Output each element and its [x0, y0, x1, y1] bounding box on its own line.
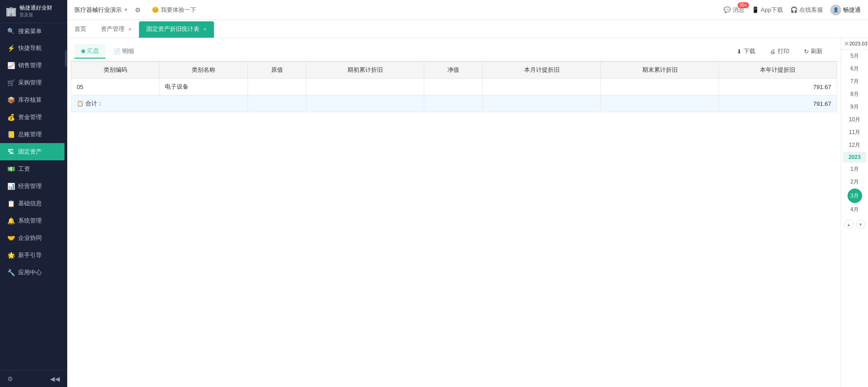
- print-button[interactable]: 🖨 打印: [766, 45, 793, 57]
- sidebar-item-enterprise[interactable]: 🤝 企业协同: [0, 229, 64, 247]
- date-month-10[interactable]: 10月: [843, 114, 866, 126]
- date-month-2[interactable]: 2月: [843, 176, 866, 188]
- sidebar-item-ledger[interactable]: 📒 总账管理: [0, 126, 64, 143]
- summary-net-value: [424, 95, 483, 112]
- date-month-6[interactable]: 6月: [843, 63, 866, 75]
- col-header-code: 类别编码: [71, 62, 159, 79]
- sidebar-item-system[interactable]: 🔔 系统管理: [0, 212, 64, 229]
- company-name: 医疗器械行业演示: [74, 6, 122, 14]
- refresh-icon: ↻: [804, 48, 809, 55]
- app-download-button[interactable]: 📱 App下载: [752, 6, 783, 14]
- row-code: 05: [71, 79, 159, 95]
- col-header-closing-dep: 期末累计折旧: [601, 62, 719, 79]
- sidebar-item-label: 系统管理: [18, 217, 42, 225]
- date-nav-down-icon[interactable]: ▼: [856, 220, 865, 229]
- phone-icon: 📱: [752, 6, 759, 13]
- report-area: ◉ 汇总 📄 明细 ⬇ 下载 🖨 打印: [67, 38, 841, 387]
- sidebar-item-label: 新手引导: [18, 251, 42, 259]
- user-info[interactable]: 👤 畅捷通: [830, 5, 861, 15]
- header-left: 医疗器械行业演示 ▼ ⚙ 😊 我要体验一下: [74, 4, 200, 16]
- refresh-button[interactable]: ↻ 刷新: [800, 45, 826, 57]
- tab-fixed-asset-report[interactable]: 固定资产折旧统计表 ✕: [139, 21, 214, 38]
- date-month-5[interactable]: 5月: [843, 50, 866, 62]
- date-month-8[interactable]: 8月: [843, 88, 866, 100]
- date-sidebar-close-icon[interactable]: ✕: [844, 40, 849, 47]
- sidebar-search[interactable]: 🔍 搜索菜单: [0, 23, 64, 40]
- sales-icon: 📈: [7, 62, 15, 69]
- row-name: 电子设备: [159, 79, 248, 95]
- experience-button[interactable]: 😊 我要体验一下: [148, 4, 200, 16]
- row-annual-dep: 791.67: [719, 79, 837, 95]
- date-month-12[interactable]: 12月: [843, 139, 866, 151]
- sidebar-item-capital[interactable]: 💰 资金管理: [0, 109, 64, 126]
- sidebar-item-app-center[interactable]: 🔧 应用中心: [0, 264, 64, 281]
- date-month-active[interactable]: 3月: [848, 189, 862, 203]
- sidebar-item-label: 经营管理: [18, 182, 42, 190]
- date-list: 5月 6月 7月 8月 9月 10月 11月 12月 2023 1月 2月 3月…: [841, 50, 868, 387]
- top-header: 医疗器械行业演示 ▼ ⚙ 😊 我要体验一下 💬 消息 99+ 📱 App下载: [67, 0, 868, 20]
- summary-opening-dep: [306, 95, 424, 112]
- sidebar-item-quick-nav[interactable]: ⚡ 快捷导航: [0, 40, 64, 57]
- tab-asset-close-icon[interactable]: ✕: [128, 27, 132, 32]
- customer-service-button[interactable]: 🎧 在线客服: [790, 6, 823, 14]
- sidebar-item-operations[interactable]: 📊 经营管理: [0, 178, 64, 195]
- main-content: 医疗器械行业演示 ▼ ⚙ 😊 我要体验一下 💬 消息 99+ 📱 App下载: [67, 0, 868, 387]
- sidebar-item-label: 采购管理: [18, 79, 42, 87]
- sub-tab-summary[interactable]: ◉ 汇总: [74, 44, 105, 59]
- sidebar-item-label: 资金管理: [18, 113, 42, 121]
- sidebar-item-guide[interactable]: 🌟 新手引导: [0, 247, 64, 264]
- date-sidebar: ✕ 2023.03 ⬜ 5月 6月 7月 8月 9月 10月 11月 12月 2…: [841, 38, 868, 387]
- company-selector[interactable]: 医疗器械行业演示 ▼: [74, 6, 128, 14]
- sidebar: 🏢 畅捷通好业财 普及版 🔍 搜索菜单 ⚡ 快捷导航 📈 销售管理 🛒 采购管理…: [0, 0, 67, 387]
- quick-nav-icon: ⚡: [7, 45, 15, 52]
- smile-icon: 😊: [152, 6, 159, 13]
- summary-icon: ◉: [81, 48, 85, 54]
- sidebar-item-label: 销售管理: [18, 61, 42, 69]
- date-month-11[interactable]: 11月: [843, 126, 866, 139]
- sidebar-item-basic-info[interactable]: 📋 基础信息: [0, 195, 64, 212]
- sidebar-item-fixed-asset[interactable]: 🏗 固定资产: [0, 143, 64, 160]
- sub-tab-detail[interactable]: 📄 明细: [107, 45, 140, 58]
- payroll-icon: 💵: [7, 165, 15, 173]
- message-button[interactable]: 💬 消息 99+: [724, 6, 744, 14]
- date-month-1[interactable]: 1月: [843, 163, 866, 175]
- tab-home[interactable]: 首页: [67, 21, 94, 38]
- sidebar-item-sales[interactable]: 📈 销售管理: [0, 57, 64, 74]
- app-edition: 普及版: [20, 12, 52, 18]
- sidebar-item-purchase[interactable]: 🛒 采购管理: [0, 74, 64, 91]
- inventory-icon: 📦: [7, 96, 15, 104]
- settings-footer-icon[interactable]: ⚙: [7, 375, 13, 382]
- sidebar-item-label: 库存核算: [18, 96, 42, 104]
- gear-icon: ⚙: [135, 6, 141, 14]
- enterprise-icon: 🤝: [7, 234, 15, 242]
- sidebar-item-label: 工资: [18, 165, 30, 173]
- date-nav-up-icon[interactable]: ▲: [844, 220, 853, 229]
- col-header-name: 类别名称: [159, 62, 248, 79]
- tab-report-close-icon[interactable]: ✕: [203, 27, 207, 32]
- sidebar-item-label: 快捷导航: [18, 44, 42, 52]
- download-icon: ⬇: [737, 48, 742, 55]
- summary-annual-dep: 791.67: [719, 95, 837, 112]
- summary-monthly-dep: [483, 95, 601, 112]
- company-settings-button[interactable]: ⚙: [132, 4, 144, 16]
- date-month-9[interactable]: 9月: [843, 101, 866, 113]
- tab-asset-management[interactable]: 资产管理 ✕: [94, 21, 139, 38]
- sidebar-footer: ⚙ ◀◀: [0, 370, 67, 387]
- sidebar-item-label: 基础信息: [18, 199, 42, 208]
- sidebar-item-inventory[interactable]: 📦 库存核算: [0, 91, 64, 109]
- summary-label: 📋 合计：: [71, 95, 248, 112]
- date-month-4[interactable]: 4月: [843, 203, 866, 216]
- col-header-opening-dep: 期初累计折旧: [306, 62, 424, 79]
- sidebar-item-payroll[interactable]: 💵 工资: [0, 160, 64, 178]
- col-header-original: 原值: [248, 62, 306, 79]
- collapse-icon[interactable]: ◀◀: [50, 375, 60, 382]
- download-button[interactable]: ⬇ 下载: [733, 45, 759, 57]
- date-year-label[interactable]: 2023: [843, 152, 866, 163]
- col-header-net-value: 净值: [424, 62, 483, 79]
- print-icon: 🖨: [770, 48, 776, 55]
- fixed-asset-icon: 🏗: [7, 148, 15, 155]
- sidebar-nav-items: ⚡ 快捷导航 📈 销售管理 🛒 采购管理 📦 库存核算 💰 资金管理 📒 总账管…: [0, 40, 64, 281]
- message-icon: 💬: [724, 6, 731, 13]
- date-month-7[interactable]: 7月: [843, 75, 866, 88]
- col-header-annual-dep: 本年计提折旧: [719, 62, 837, 79]
